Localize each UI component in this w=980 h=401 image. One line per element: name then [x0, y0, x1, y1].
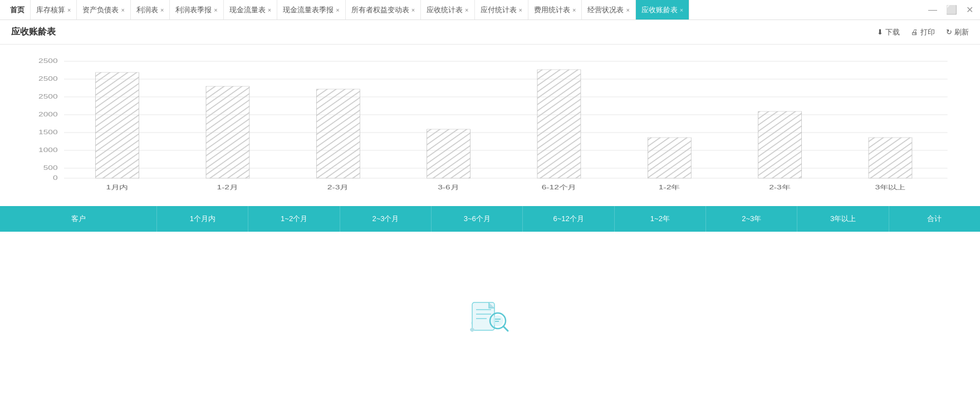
tab-profit-quarterly[interactable]: 利润表季报 × — [170, 0, 223, 20]
svg-rect-22 — [648, 138, 691, 178]
tab-expense-stats-close[interactable]: × — [572, 7, 576, 13]
tab-profit-quarterly-label: 利润表季报 — [175, 5, 212, 15]
empty-illustration — [462, 288, 518, 344]
download-icon: ⬇ — [877, 28, 883, 36]
svg-text:2-3月: 2-3月 — [327, 184, 349, 190]
col-1-2years: 1~2年 — [615, 206, 706, 232]
svg-text:3年以上: 3年以上 — [875, 184, 905, 190]
tab-operations[interactable]: 经营状况表 × — [582, 0, 635, 20]
tab-cashflow-quarterly-close[interactable]: × — [336, 7, 339, 13]
tab-ar-stats[interactable]: 应收统计表 × — [421, 0, 474, 20]
tab-balance-sheet[interactable]: 资产负债表 × — [77, 0, 130, 20]
tab-ar-stats-label: 应收统计表 — [427, 5, 463, 15]
col-total: 合计 — [889, 206, 980, 232]
tab-ar-aging-close[interactable]: × — [680, 7, 683, 13]
tab-balance-label: 资产负债表 — [82, 5, 119, 15]
col-6-12months: 6~12个月 — [523, 206, 614, 232]
download-button[interactable]: ⬇ 下载 — [877, 27, 900, 37]
tab-ap-stats-close[interactable]: × — [519, 7, 522, 13]
page-title: 应收账龄表 — [11, 26, 56, 38]
print-label: 打印 — [920, 27, 935, 37]
tab-cashflow-label: 现金流量表 — [229, 5, 266, 15]
svg-text:500: 500 — [43, 164, 58, 171]
window-close-btn[interactable]: ✕ — [964, 2, 976, 17]
window-maximize-btn[interactable]: ⬜ — [944, 2, 959, 17]
window-minimize-btn[interactable]: — — [926, 3, 939, 17]
svg-text:2-3年: 2-3年 — [769, 184, 790, 190]
svg-line-41 — [503, 326, 508, 331]
col-1-2months: 1~2个月 — [248, 206, 340, 232]
tab-operations-label: 经营状况表 — [587, 5, 624, 15]
col-3plus-years: 3年以上 — [797, 206, 889, 232]
svg-rect-20 — [427, 129, 471, 178]
tab-inventory-close[interactable]: × — [67, 7, 71, 13]
table-header: 客户 1个月内 1~2个月 2~3个月 3~6个月 6~12个月 1~2年 2~… — [0, 206, 980, 232]
tab-expense-stats[interactable]: 费用统计表 × — [528, 0, 582, 20]
tab-bar-end: — ⬜ ✕ — [926, 2, 976, 17]
svg-text:1-2年: 1-2年 — [659, 184, 680, 190]
tab-cashflow[interactable]: 现金流量表 × — [224, 0, 277, 20]
tab-profit[interactable]: 利润表 × — [131, 0, 170, 20]
tab-profit-close[interactable]: × — [160, 7, 164, 13]
svg-point-40 — [492, 315, 503, 326]
refresh-icon: ↻ — [946, 28, 952, 36]
svg-rect-19 — [316, 89, 360, 178]
svg-text:1月内: 1月内 — [106, 184, 128, 190]
tab-equity-close[interactable]: × — [411, 7, 415, 13]
tab-ap-stats[interactable]: 应付统计表 × — [475, 0, 528, 20]
col-3-6months: 3~6个月 — [432, 206, 523, 232]
download-label: 下载 — [885, 27, 900, 37]
tab-ap-stats-label: 应付统计表 — [481, 5, 517, 15]
tab-bar: 首页 库存核算 × 资产负债表 × 利润表 × 利润表季报 × 现金流量表 × … — [0, 0, 980, 20]
tab-balance-close[interactable]: × — [121, 7, 124, 13]
svg-text:6-12个月: 6-12个月 — [542, 184, 576, 190]
tab-home[interactable]: 首页 — [4, 0, 31, 20]
empty-state — [0, 232, 980, 401]
tab-ar-aging-label: 应收账龄表 — [641, 5, 678, 15]
tab-profit-quarterly-close[interactable]: × — [214, 7, 217, 13]
tab-operations-close[interactable]: × — [626, 7, 629, 13]
tab-equity-label: 所有者权益变动表 — [351, 5, 409, 15]
svg-text:0: 0 — [53, 174, 58, 181]
svg-text:2500: 2500 — [38, 57, 58, 64]
main-content: 2500 2500 2500 2000 1500 1000 500 0 — [0, 45, 980, 401]
tab-cashflow-quarterly[interactable]: 现金流量表季报 × — [277, 0, 345, 20]
chart-area: 2500 2500 2500 2000 1500 1000 500 0 — [0, 45, 980, 206]
svg-rect-21 — [537, 70, 581, 178]
tab-profit-label: 利润表 — [136, 5, 158, 15]
col-2-3months: 2~3个月 — [340, 206, 432, 232]
bar-chart: 2500 2500 2500 2000 1500 1000 500 0 — [17, 56, 963, 200]
tab-equity[interactable]: 所有者权益变动表 × — [346, 0, 421, 20]
refresh-button[interactable]: ↻ 刷新 — [946, 27, 969, 37]
tab-inventory-label: 库存核算 — [36, 5, 65, 15]
print-button[interactable]: 🖨 打印 — [911, 27, 935, 37]
svg-text:2500: 2500 — [38, 93, 58, 100]
svg-text:2500: 2500 — [38, 75, 58, 82]
svg-rect-23 — [758, 111, 802, 178]
tab-cashflow-quarterly-label: 现金流量表季报 — [283, 5, 334, 15]
tab-expense-stats-label: 费用统计表 — [534, 5, 570, 15]
col-2-3years: 2~3年 — [706, 206, 797, 232]
svg-text:2000: 2000 — [38, 111, 58, 118]
tab-ar-aging[interactable]: 应收账龄表 × — [636, 0, 689, 20]
svg-text:3-6月: 3-6月 — [438, 184, 459, 190]
refresh-label: 刷新 — [954, 27, 969, 37]
empty-state-icon — [462, 288, 518, 344]
chart-container: 2500 2500 2500 2000 1500 1000 500 0 — [17, 56, 963, 200]
svg-text:1000: 1000 — [38, 146, 58, 153]
tab-ar-stats-close[interactable]: × — [465, 7, 468, 13]
svg-text:1-2月: 1-2月 — [217, 184, 238, 190]
tab-home-label: 首页 — [10, 5, 24, 15]
page-header: 应收账龄表 ⬇ 下载 🖨 打印 ↻ 刷新 — [0, 20, 980, 45]
header-actions: ⬇ 下载 🖨 打印 ↻ 刷新 — [877, 27, 969, 37]
svg-rect-17 — [96, 72, 139, 178]
tab-inventory[interactable]: 库存核算 × — [31, 0, 77, 20]
print-icon: 🖨 — [911, 28, 918, 36]
tab-cashflow-close[interactable]: × — [268, 7, 271, 13]
col-customer: 客户 — [0, 206, 157, 232]
svg-rect-18 — [206, 86, 249, 178]
svg-text:1500: 1500 — [38, 129, 58, 135]
col-1month: 1个月内 — [157, 206, 248, 232]
svg-rect-24 — [869, 138, 912, 178]
